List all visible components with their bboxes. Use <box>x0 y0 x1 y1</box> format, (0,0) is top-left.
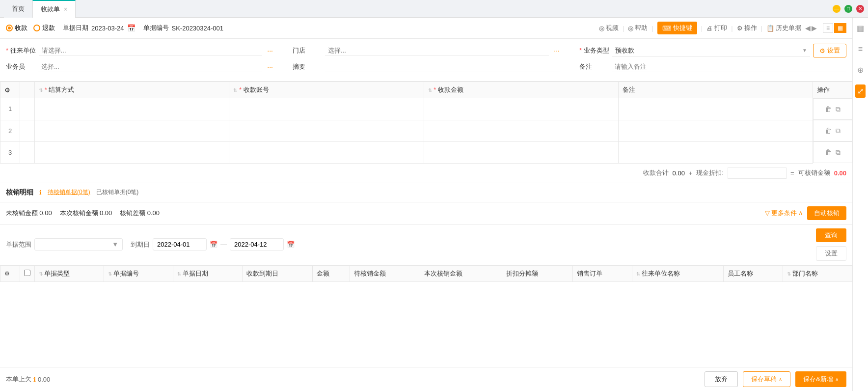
row-3-copy-icon[interactable]: ⧉ <box>836 148 841 157</box>
minimize-button[interactable]: — <box>833 5 841 13</box>
row-2-account-input[interactable] <box>229 120 423 141</box>
radio-tuikuan[interactable]: 退款 <box>33 24 55 32</box>
sidebar-table-icon[interactable]: ▦ <box>855 22 866 35</box>
verification-header: 核销明细 ℹ 待核销单据(0笔) 已核销单据(0笔) <box>0 183 852 202</box>
next-arrow[interactable]: ▶ <box>812 24 817 32</box>
discount-input[interactable] <box>728 168 787 179</box>
row-3-account-input[interactable] <box>229 142 423 163</box>
main-table-section: ⚙ ⇅ * 结算方式 ⇅ * 收款账号 ⇅ * 收款 <box>0 82 852 164</box>
video-link[interactable]: ◎ 视频 <box>599 24 619 32</box>
shortcut-button[interactable]: ⌨ 快捷键 <box>657 22 697 34</box>
bottom-th-check[interactable] <box>20 265 35 281</box>
tab-close-icon[interactable]: × <box>64 6 67 13</box>
partner-more-icon[interactable]: ··· <box>267 47 273 55</box>
close-button[interactable]: ✕ <box>856 5 864 13</box>
list-view-button[interactable]: ≡ <box>823 23 833 33</box>
sidebar-list-icon[interactable]: ≡ <box>856 43 865 56</box>
staff-more-icon[interactable]: ··· <box>267 63 273 71</box>
bottom-th-pending: 待核销金额 <box>350 265 420 281</box>
row-1-account-input[interactable] <box>229 98 423 120</box>
more-conditions-button[interactable]: ▽ 更多条件 ∧ <box>765 209 803 218</box>
row-2-account[interactable] <box>229 120 424 141</box>
row-3-delete-icon[interactable]: 🗑 <box>825 148 832 156</box>
prev-arrow[interactable]: ◀ <box>805 24 811 32</box>
row-3-amount-input[interactable] <box>424 142 618 163</box>
row-1-amount[interactable] <box>424 98 618 120</box>
date-start-input[interactable] <box>153 238 207 251</box>
th-gear[interactable]: ⚙ <box>0 82 20 98</box>
row-1-copy-icon[interactable]: ⧉ <box>836 105 841 113</box>
row-1-remark-input[interactable] <box>619 98 813 120</box>
maximize-button[interactable]: □ <box>844 5 852 13</box>
shop-more-icon[interactable]: ··· <box>554 47 560 55</box>
th-amount: ⇅ * 收款金额 <box>424 82 618 98</box>
print-link[interactable]: 🖨 打印 <box>706 24 727 32</box>
row-2-copy-icon[interactable]: ⧉ <box>836 127 841 135</box>
row-2-amount[interactable] <box>424 120 618 141</box>
sep4: | <box>731 25 732 32</box>
row-2-settlement[interactable] <box>35 120 229 141</box>
date-start-icon[interactable]: 📅 <box>210 241 217 248</box>
filter-icon: ▽ <box>765 209 770 217</box>
grid-view-button[interactable]: ▦ <box>834 23 846 33</box>
range-select[interactable]: ▼ <box>34 238 123 251</box>
verification-stats: 未核销金额 0.00 本次核销金额 0.00 核销差额 0.00 ▽ 更多条件 … <box>0 202 852 224</box>
sidebar-expand-icon[interactable]: ⤢ <box>855 84 866 98</box>
row-2-remark-input[interactable] <box>619 120 813 141</box>
row-1-settlement[interactable] <box>35 98 229 120</box>
row-3-remark-input[interactable] <box>619 142 813 163</box>
help-icon: ◎ <box>628 25 633 32</box>
sep2: | <box>651 25 653 32</box>
summary-row: 收款合计 0.00 + 现金折扣: = 可核销金额 0.00 <box>0 164 852 183</box>
row-2-remark[interactable] <box>618 120 813 141</box>
select-all-checkbox[interactable] <box>24 270 30 276</box>
row-2-settlement-input[interactable] <box>35 120 229 141</box>
row-1-delete-icon[interactable]: 🗑 <box>825 105 832 113</box>
footer-info-icon[interactable]: ℹ <box>33 376 36 383</box>
date-end-icon[interactable]: 📅 <box>287 241 295 248</box>
filter-settings-button[interactable]: 设置 <box>816 246 846 261</box>
staff-input[interactable] <box>38 61 262 72</box>
auto-verify-button[interactable]: 自动核销 <box>807 206 846 220</box>
form-settings-button[interactable]: ⚙ 设置 <box>813 44 846 57</box>
th-discount-label: 折扣分摊额 <box>506 270 538 277</box>
save-button[interactable]: 保存&新增 ∧ <box>795 371 846 387</box>
operations-link[interactable]: ⚙ 操作 <box>737 24 757 32</box>
calendar-icon[interactable]: 📅 <box>127 24 136 32</box>
summary-input[interactable] <box>325 61 560 72</box>
row-1-settlement-input[interactable] <box>35 98 229 120</box>
shop-input[interactable] <box>325 45 549 56</box>
row-3-remark[interactable] <box>618 141 813 163</box>
row-3-settlement-input[interactable] <box>35 142 229 163</box>
completed-tab[interactable]: 已核销单据(0笔) <box>96 188 139 196</box>
tab-shoukuan[interactable]: 收款单 × <box>32 0 76 18</box>
total-value: 0.00 <box>673 169 685 177</box>
row-2-delete-icon[interactable]: 🗑 <box>825 127 832 135</box>
remark-input[interactable] <box>612 61 846 72</box>
table-row: 2 🗑 ⧉ <box>0 120 852 141</box>
row-3-account[interactable] <box>229 141 424 163</box>
date-end-input[interactable] <box>230 238 284 251</box>
shortcut-icon: ⌨ <box>662 25 672 32</box>
sidebar-attach-icon[interactable]: ⊕ <box>855 63 866 77</box>
query-button[interactable]: 查询 <box>816 228 846 242</box>
draft-button[interactable]: 保存草稿 ∧ <box>743 371 790 387</box>
pending-tab[interactable]: 待核销单据(0笔) <box>48 188 90 196</box>
form-row-2: 业务员 ··· 摘要 备注 <box>6 61 846 72</box>
radio-shoukuan[interactable]: 收款 <box>6 24 27 32</box>
row-2-amount-input[interactable] <box>424 120 618 141</box>
row-1-remark[interactable] <box>618 98 813 120</box>
abandon-button[interactable]: 放弃 <box>705 371 738 387</box>
business-type-select[interactable]: 预收款 ▼ <box>612 45 810 57</box>
bottom-th-gear[interactable]: ⚙ <box>0 265 20 281</box>
tab-home[interactable]: 首页 <box>4 0 32 18</box>
verification-info-icon[interactable]: ℹ <box>39 189 42 196</box>
history-link[interactable]: 📋 历史单据 <box>766 24 801 32</box>
partner-input[interactable] <box>39 45 263 56</box>
row-3-amount[interactable] <box>424 141 618 163</box>
row-1-amount-input[interactable] <box>424 98 618 120</box>
shortcut-label: 快捷键 <box>673 24 692 32</box>
help-link[interactable]: ◎ 帮助 <box>628 24 648 32</box>
row-3-settlement[interactable] <box>35 141 229 163</box>
row-1-account[interactable] <box>229 98 424 120</box>
